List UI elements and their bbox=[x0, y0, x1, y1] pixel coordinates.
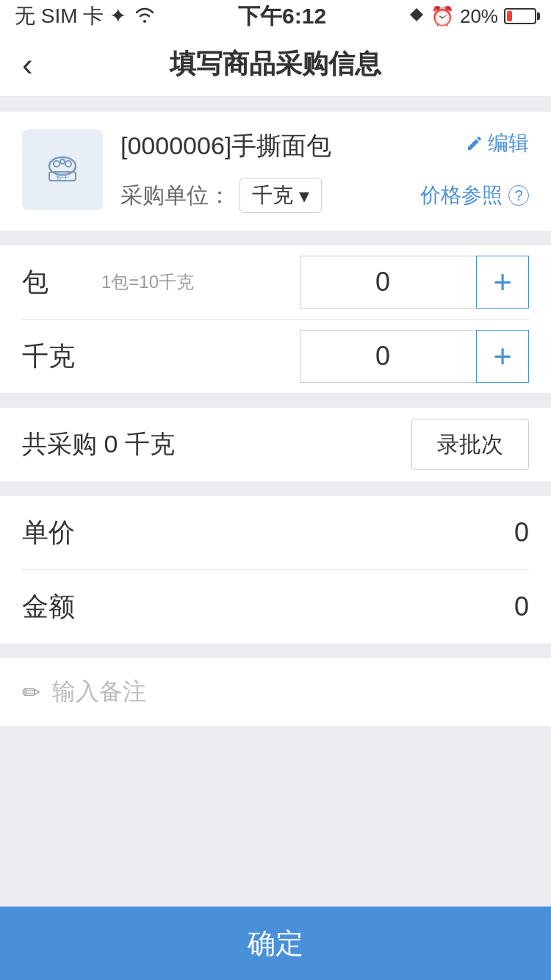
kg-input[interactable] bbox=[300, 330, 476, 383]
product-name: [0000006]手撕面包 bbox=[120, 129, 466, 163]
back-button[interactable]: ‹ bbox=[22, 48, 33, 81]
battery-percent: 20% bbox=[460, 5, 498, 28]
battery-icon bbox=[504, 8, 536, 24]
amount-label: 金额 bbox=[22, 589, 75, 625]
bao-input-wrapper: + bbox=[300, 256, 529, 309]
svg-point-1 bbox=[54, 161, 60, 167]
confirm-button[interactable]: 确定 bbox=[0, 907, 551, 980]
divider-mid3 bbox=[0, 481, 551, 496]
note-placeholder-text: 输入备注 bbox=[52, 676, 146, 708]
divider-top bbox=[0, 97, 551, 112]
bao-sublabel: 1包=10千克 bbox=[101, 270, 194, 294]
kg-input-row: 千克 + bbox=[0, 320, 551, 393]
alarm-icon: ⏰ bbox=[431, 5, 454, 28]
price-ref-label: 价格参照 bbox=[420, 181, 503, 209]
unit-select-dropdown[interactable]: 千克 ▾ bbox=[240, 178, 322, 213]
sim-label: 无 SIM 卡 ✦ bbox=[15, 2, 126, 30]
bao-plus-button[interactable]: + bbox=[476, 256, 529, 309]
unit-price-value: 0 bbox=[514, 517, 529, 548]
status-left: 无 SIM 卡 ✦ bbox=[15, 2, 156, 30]
svg-point-2 bbox=[65, 161, 71, 167]
amount-value: 0 bbox=[514, 591, 529, 622]
product-thumbnail: 智十 bbox=[22, 129, 103, 210]
page-title: 填写商品采购信息 bbox=[170, 46, 381, 82]
price-reference-button[interactable]: 价格参照 ? bbox=[420, 181, 529, 209]
help-icon: ? bbox=[508, 185, 529, 206]
nav-bar: ‹ 填写商品采购信息 bbox=[0, 32, 551, 97]
unit-label-text: 采购单位： bbox=[120, 181, 231, 211]
edit-button[interactable]: 编辑 bbox=[466, 129, 529, 157]
svg-text:智十: 智十 bbox=[56, 174, 69, 181]
bao-section: 包 1包=10千克 + 千克 + bbox=[0, 245, 551, 393]
bao-input[interactable] bbox=[300, 256, 476, 309]
location-icon bbox=[408, 5, 425, 28]
dropdown-icon: ▾ bbox=[299, 184, 309, 208]
product-info: [0000006]手撕面包 编辑 采购单位： 千克 ▾ bbox=[120, 129, 529, 213]
status-right: ⏰ 20% bbox=[408, 5, 536, 28]
summary-text: 共采购 0 千克 bbox=[22, 428, 175, 461]
bao-input-row: 包 1包=10千克 + bbox=[0, 245, 551, 319]
product-card: 智十 [0000006]手撕面包 编辑 采购单位： 千克 bbox=[0, 112, 551, 231]
divider-mid4 bbox=[0, 644, 551, 658]
kg-input-wrapper: + bbox=[300, 330, 529, 383]
status-bar: 无 SIM 卡 ✦ 下午6:12 ⏰ 20% bbox=[0, 0, 551, 32]
price-section: 单价 0 金额 0 bbox=[0, 496, 551, 644]
unit-value: 千克 bbox=[252, 181, 293, 209]
divider-mid1 bbox=[0, 231, 551, 245]
note-area[interactable]: ✏ 输入备注 bbox=[0, 658, 551, 726]
svg-point-3 bbox=[60, 159, 65, 164]
summary-row: 共采购 0 千克 录批次 bbox=[0, 408, 551, 481]
kg-label: 千克 bbox=[22, 339, 96, 375]
divider-mid2 bbox=[0, 393, 551, 408]
status-time: 下午6:12 bbox=[238, 1, 326, 32]
unit-price-row: 单价 0 bbox=[0, 496, 551, 569]
bao-label: 包 bbox=[22, 264, 96, 300]
batch-button[interactable]: 录批次 bbox=[411, 419, 529, 470]
wifi-icon bbox=[134, 4, 156, 28]
kg-plus-button[interactable]: + bbox=[476, 330, 529, 383]
pencil-icon: ✏ bbox=[22, 680, 40, 705]
unit-price-label: 单价 bbox=[22, 515, 75, 551]
amount-row: 金额 0 bbox=[0, 570, 551, 644]
